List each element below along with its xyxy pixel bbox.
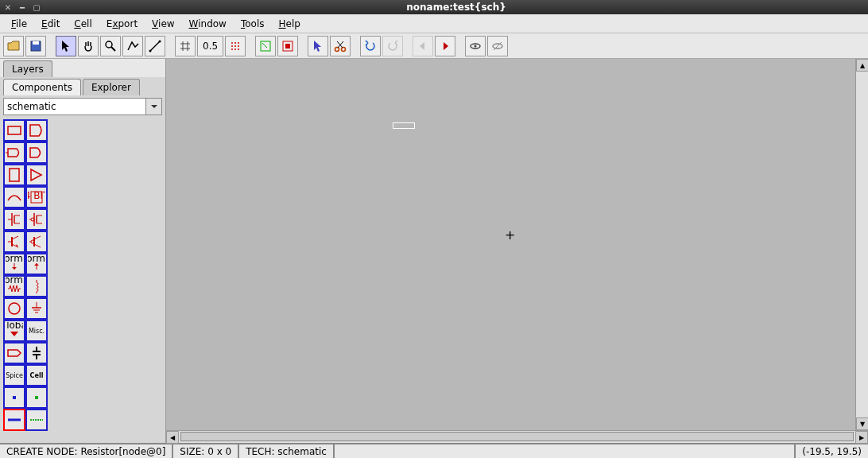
comp-node-blue[interactable] [3,386,25,409]
menu-help[interactable]: Help [273,17,307,31]
comp-nmos[interactable] [3,208,25,231]
grid-size-field[interactable]: 0.5 [197,36,223,56]
forward-button[interactable] [435,36,455,56]
tab-components[interactable]: Components [3,79,81,95]
technology-dropdown[interactable] [3,98,162,115]
comp-cell[interactable]: Cell [25,364,48,386]
comp-misc[interactable]: Misc. [25,320,48,342]
svg-point-9 [238,42,239,44]
comp-node-green[interactable] [25,386,48,409]
technology-field[interactable] [3,98,146,115]
comp-power[interactable] [3,297,25,320]
svg-line-49 [34,244,41,247]
svg-line-44 [12,236,18,239]
open-button[interactable] [3,36,24,56]
dropdown-arrow-icon[interactable] [146,98,162,115]
comp-arc-green[interactable] [25,409,48,431]
measure-tool-button[interactable] [145,36,165,56]
select-tool-button[interactable] [56,36,76,56]
comp-pnp[interactable] [25,231,48,253]
svg-line-48 [34,236,41,239]
comp-pmos4[interactable]: Normal [25,253,48,275]
tab-explorer[interactable]: Explorer [83,79,140,95]
expand-button[interactable] [465,36,486,56]
edit-select-button[interactable] [308,36,328,56]
toggle-grid-button[interactable] [175,36,196,56]
scroll-left-icon[interactable]: ◀ [166,431,179,444]
svg-rect-70 [35,396,38,399]
redo-button[interactable] [382,36,403,56]
canvas-area: + ▲ ▼ ◀ ▶ [166,59,868,443]
tab-layers[interactable]: Layers [3,60,52,77]
grid-align-button[interactable] [225,36,246,56]
minimize-icon[interactable]: ━ [17,2,27,12]
cut-button[interactable] [330,36,351,56]
comp-wire[interactable] [3,186,25,208]
svg-point-59 [9,303,20,314]
comp-pmos[interactable] [25,208,48,231]
comp-nmos4[interactable]: Normal [3,253,25,275]
comp-bus[interactable]: 4 BIT [25,186,48,208]
menu-file[interactable]: File [5,17,33,31]
comp-ground[interactable] [25,297,48,320]
comp-offpage[interactable] [3,342,25,364]
svg-point-19 [335,47,339,51]
menu-edit[interactable]: Edit [35,17,66,31]
comp-buffer[interactable] [3,142,25,164]
comp-flipflop[interactable] [3,164,25,186]
comp-wire-pin[interactable] [3,119,25,142]
scroll-up-icon[interactable]: ▲ [856,59,868,72]
svg-text:Global: Global [6,322,23,331]
scroll-down-icon[interactable]: ▼ [856,417,868,430]
svg-point-12 [238,45,239,47]
menu-view[interactable]: View [145,17,180,31]
back-button[interactable] [413,36,433,56]
component-palette: 4 BIT Normal Normal Normal [0,118,165,433]
maximize-icon[interactable]: ▢ [32,2,41,12]
vertical-scrollbar[interactable]: ▲ ▼ [855,59,868,430]
titlebar: ✕ ━ ▢ noname:test{sch} [0,0,868,14]
comp-spice[interactable]: Spice [3,364,25,386]
svg-point-2 [106,41,112,48]
svg-point-14 [234,49,236,50]
menu-export[interactable]: Export [100,17,144,31]
scroll-right-icon[interactable]: ▶ [855,431,868,444]
editing-canvas[interactable]: + [166,59,855,430]
svg-point-13 [231,49,233,50]
comp-bus-pin[interactable] [25,119,48,142]
window-title: noname:test{sch} [48,2,865,13]
comp-and[interactable] [25,142,48,164]
status-create-node: CREATE NODE: Resistor[node@0] [0,444,173,458]
comp-npn[interactable] [3,231,25,253]
menu-cell[interactable]: Cell [68,17,98,31]
comp-global[interactable]: Global [3,320,25,342]
svg-text:4 BIT: 4 BIT [28,190,45,201]
close-icon[interactable]: ✕ [3,2,13,12]
outline-tool-button[interactable] [122,36,143,56]
svg-point-6 [159,40,161,42]
svg-rect-18 [285,44,290,49]
comp-capacitor[interactable] [25,342,48,364]
unexpand-button[interactable] [487,36,508,56]
scroll-thumb[interactable] [180,432,854,441]
svg-rect-27 [8,126,21,134]
side-tabs-top: Layers [0,59,165,77]
pan-tool-button[interactable] [78,36,99,56]
svg-rect-29 [10,169,19,181]
comp-arc-blue[interactable] [3,409,25,431]
object-select-button[interactable] [255,36,276,56]
area-select-button[interactable] [277,36,298,56]
horizontal-scrollbar[interactable]: ◀ ▶ [166,430,868,443]
side-tabs-bottom: Components Explorer [0,77,165,95]
undo-button[interactable] [360,36,381,56]
zoom-tool-button[interactable] [100,36,121,56]
statusbar: CREATE NODE: Resistor[node@0] SIZE: 0 x … [0,443,868,458]
menu-tools[interactable]: Tools [234,17,271,31]
comp-resistor[interactable]: Normal [3,275,25,297]
save-button[interactable] [25,36,46,56]
menu-window[interactable]: Window [183,17,233,31]
comp-inverter[interactable] [25,164,48,186]
svg-point-7 [231,42,233,44]
comp-inductor[interactable] [25,275,48,297]
svg-point-15 [238,49,239,50]
